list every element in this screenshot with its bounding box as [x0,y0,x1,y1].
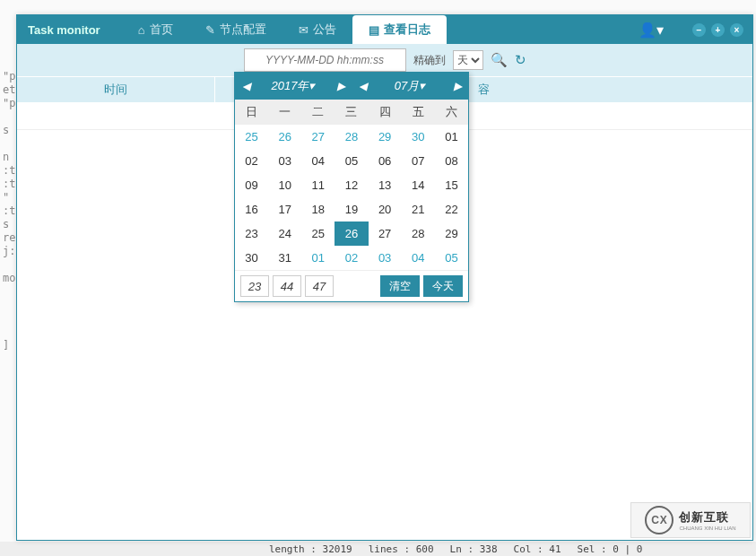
calendar-day[interactable]: 24 [268,222,301,246]
home-icon: ⌂ [138,23,145,37]
calendar-day[interactable]: 02 [235,149,268,173]
calendar-day[interactable]: 17 [268,197,301,222]
calendar-day-other[interactable]: 25 [235,125,268,149]
calendar-day[interactable]: 23 [235,222,268,246]
calendar-day[interactable]: 10 [268,173,301,197]
logo-text: 创新互联 [679,509,735,526]
user-icon[interactable]: 👤▾ [639,22,664,39]
calendar-day[interactable]: 31 [268,246,301,270]
app-title: Task monitor [17,23,122,37]
nav-notice[interactable]: ✉ 公告 [282,15,352,44]
date-input[interactable] [244,48,406,72]
calendar-day[interactable]: 26 [335,222,368,246]
logo-subtext: CHUANG XIN HU LIAN [679,526,735,531]
col-time: 时间 [17,77,215,102]
calendar-day-other[interactable]: 05 [435,246,468,270]
weekday-label: 四 [369,100,402,125]
calendar-day[interactable]: 19 [335,197,368,222]
datepicker: ◀ 2017年▾ ▶ ◀ 07月▾ ▶ 日一二三四五六2526272829300… [234,72,469,302]
weekday-label: 六 [435,100,468,125]
calendar-day[interactable]: 08 [435,149,468,173]
editor-statusbar: length : 32019 lines : 600 Ln : 338 Col … [0,542,756,556]
calendar-day[interactable]: 25 [301,222,335,246]
calendar-day[interactable]: 01 [435,125,468,149]
expand-icon[interactable]: + [711,23,725,37]
calendar-day-other[interactable]: 27 [301,125,335,149]
file-icon: ▤ [369,23,379,37]
calendar-day[interactable]: 29 [435,222,468,246]
nav-logs[interactable]: ▤ 查看日志 [352,15,447,44]
prev-month-icon[interactable]: ◀ [352,80,373,92]
status-length: length : 32019 [269,543,352,555]
brand-logo: CX 创新互联 CHUANG XIN HU LIAN [630,502,751,538]
calendar-day[interactable]: 14 [402,173,435,197]
weekday-label: 二 [301,100,335,125]
calendar-day[interactable]: 30 [235,246,268,270]
calendar-day-other[interactable]: 03 [369,246,402,270]
calendar-day[interactable]: 16 [235,197,268,222]
calendar-day[interactable]: 22 [435,197,468,222]
time-hour[interactable] [240,275,269,297]
calendar-day-other[interactable]: 26 [268,125,301,149]
calendar-day[interactable]: 11 [301,173,335,197]
calendar-day-other[interactable]: 30 [402,125,435,149]
nav-home[interactable]: ⌂ 首页 [122,15,189,44]
status-ln: Ln : 338 [450,543,498,555]
calendar-day[interactable]: 12 [335,173,368,197]
status-col: Col : 41 [514,543,561,555]
status-lines: lines : 600 [369,543,434,555]
calendar-day-other[interactable]: 04 [402,246,435,270]
time-sec[interactable] [305,275,334,297]
calendar-day-other[interactable]: 28 [335,125,368,149]
weekday-label: 日 [235,100,268,125]
calendar-day[interactable]: 13 [369,173,402,197]
datepicker-header: ◀ 2017年▾ ▶ ◀ 07月▾ ▶ [235,73,468,100]
calendar-day[interactable]: 28 [402,222,435,246]
year-label[interactable]: 2017年▾ [256,78,330,94]
time-row: 清空 今天 [235,270,468,301]
close-icon[interactable]: × [730,23,743,37]
status-sel: Sel : 0 | 0 [578,543,643,555]
calendar-day[interactable]: 04 [301,149,335,173]
next-year-icon[interactable]: ▶ [330,80,352,92]
next-month-icon[interactable]: ▶ [447,80,468,92]
minimize-icon[interactable]: − [692,23,706,37]
pencil-icon: ✎ [205,23,215,37]
prev-year-icon[interactable]: ◀ [235,80,256,92]
weekday-label: 三 [335,100,368,125]
month-label[interactable]: 07月▾ [373,78,447,94]
calendar-day-other[interactable]: 02 [335,246,368,270]
calendar-day[interactable]: 27 [369,222,402,246]
nav-nodes[interactable]: ✎ 节点配置 [189,15,282,44]
calendar-day[interactable]: 20 [369,197,402,222]
calendar-day[interactable]: 07 [402,149,435,173]
calendar-day[interactable]: 03 [268,149,301,173]
today-button[interactable]: 今天 [423,275,463,297]
time-min[interactable] [273,275,301,297]
calendar-grid: 日一二三四五六252627282930010203040506070809101… [235,100,468,270]
logo-mark: CX [645,506,673,534]
mail-icon: ✉ [299,23,308,37]
precision-label: 精确到 [413,53,446,68]
refresh-icon[interactable]: ↻ [515,52,526,68]
clear-button[interactable]: 清空 [380,275,420,297]
calendar-day[interactable]: 09 [235,173,268,197]
calendar-day-other[interactable]: 29 [369,125,402,149]
calendar-day[interactable]: 21 [402,197,435,222]
calendar-day[interactable]: 18 [301,197,335,222]
calendar-day[interactable]: 06 [369,149,402,173]
precision-select[interactable]: 天 [453,50,483,70]
calendar-day[interactable]: 05 [335,149,368,173]
weekday-label: 五 [402,100,435,125]
calendar-day-other[interactable]: 01 [301,246,335,270]
topbar: Task monitor ⌂ 首页 ✎ 节点配置 ✉ 公告 ▤ 查看日志 👤▾ … [17,15,752,44]
weekday-label: 一 [268,100,301,125]
calendar-day[interactable]: 15 [435,173,468,197]
search-icon[interactable]: 🔍 [491,52,508,68]
